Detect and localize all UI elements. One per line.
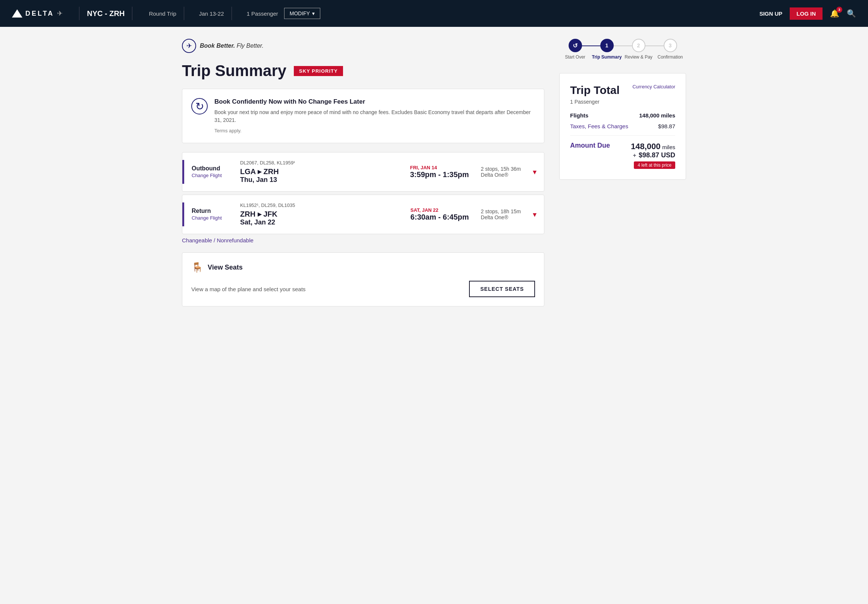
total-divider <box>570 135 675 136</box>
flights-label: Flights <box>570 112 588 119</box>
login-button[interactable]: LOG IN <box>790 8 823 20</box>
modify-chevron-icon: ▾ <box>312 11 315 16</box>
header-divider-1 <box>79 7 79 20</box>
outbound-accent <box>182 160 184 184</box>
step-start-over-label[interactable]: Start Over <box>565 54 585 60</box>
modify-label: MODIFY <box>290 11 310 16</box>
sky-priority-badge: SKY PRIORITY <box>294 66 343 76</box>
amount-due-value: 148,000 miles + $98.87 USD 4 left at thi… <box>631 142 675 169</box>
amount-due-miles-unit: miles <box>662 144 675 150</box>
book-better-banner: ✈ Book Better. Fly Better. <box>182 39 544 53</box>
return-flight-card: Return Change Flight KL1952¹, DL259, DL1… <box>182 195 544 234</box>
return-flight-numbers: KL1952¹, DL259, DL1035 <box>240 203 398 208</box>
right-sidebar: ↺ Start Over 1 Trip Summary 2 Review & P… <box>559 39 686 307</box>
outbound-flight-card: Outbound Change Flight DL2067, DL258, KL… <box>182 152 544 192</box>
return-stops: 2 stops, 18h 15m <box>481 208 521 214</box>
delta-logo-text: DELTA <box>25 10 54 17</box>
seat-icon: 🪑 <box>191 262 203 273</box>
outbound-flight-numbers: DL2067, DL258, KL1959¹ <box>240 160 398 166</box>
trip-type-label: Round Trip <box>149 11 176 17</box>
outbound-depart-date: Thu, Jan 13 <box>240 176 398 184</box>
outbound-route: LGA ▸ ZRH <box>240 167 398 176</box>
signup-button[interactable]: SIGN UP <box>760 11 783 17</box>
amount-due-label: Amount Due <box>570 142 610 150</box>
step-confirmation-label: Confirmation <box>657 54 683 60</box>
header-divider-3 <box>184 7 184 20</box>
notifications-button[interactable]: 🔔 3 <box>830 9 839 18</box>
terms-label: Terms apply. <box>214 128 242 133</box>
outbound-expand-icon[interactable]: ▾ <box>533 167 536 177</box>
outbound-route-col: DL2067, DL258, KL1959¹ LGA ▸ ZRH Thu, Ja… <box>240 160 398 184</box>
no-change-fees-box: ↻ Book Confidently Now with No Change Fe… <box>182 89 544 143</box>
main-header: DELTA ✈ NYC - ZRH Round Trip Jan 13-22 1… <box>0 0 868 27</box>
passengers-label: 1 Passenger <box>247 11 278 17</box>
amount-due-usd-row: + $98.87 USD <box>631 151 675 159</box>
flights-value: 148,000 miles <box>639 112 675 119</box>
header-divider-2 <box>132 7 132 20</box>
book-better-icon: ✈ <box>182 39 196 53</box>
header-right-section: SIGN UP LOG IN 🔔 3 🔍 <box>760 8 856 20</box>
page-title: Trip Summary <box>182 62 286 80</box>
header-divider-4 <box>231 7 232 20</box>
amount-due-miles-row: 148,000 miles <box>631 142 675 151</box>
outbound-stops: 2 stops, 15h 36m <box>481 166 521 172</box>
no-change-fees-icon: ↻ <box>191 98 208 115</box>
route-label: NYC - ZRH <box>87 9 124 18</box>
step-trip-summary: 1 Trip Summary <box>591 39 623 60</box>
amount-due-usd: $98.87 USD <box>639 151 675 159</box>
view-seats-description: View a map of the plane and select your … <box>191 286 306 292</box>
return-time-text: 6:30am - 6:45pm <box>411 213 469 221</box>
return-arrive-label: SAT, JAN 22 <box>411 207 469 213</box>
return-accent <box>182 203 184 226</box>
return-route: ZRH ▸ JFK <box>240 209 398 218</box>
view-seats-card: 🪑 View Seats View a map of the plane and… <box>182 252 544 307</box>
return-depart-date: Sat, Jan 22 <box>240 218 398 226</box>
trip-total-header: Trip Total Currency Calculator <box>570 84 675 96</box>
amount-due-row: Amount Due 148,000 miles + $98.87 USD 4 … <box>570 142 675 169</box>
outbound-time-range: 3:59pm - 1:35pm <box>410 170 469 179</box>
no-change-fees-body: Book your next trip now and enjoy more p… <box>214 108 535 124</box>
search-button[interactable]: 🔍 <box>847 9 856 18</box>
delta-triangle-icon <box>12 9 22 17</box>
step-review-pay-label: Review & Pay <box>625 54 653 60</box>
step-review-pay: 2 Review & Pay <box>623 39 654 60</box>
taxes-value: $98.87 <box>658 123 675 129</box>
changeable-link[interactable]: Changeable / Nonrefundable <box>182 237 254 243</box>
return-left: Return Change Flight <box>192 208 240 221</box>
main-wrapper: ✈ Book Better. Fly Better. Trip Summary … <box>173 27 695 318</box>
step-confirmation-circle: 3 <box>664 39 677 52</box>
delta-logo: DELTA ✈ <box>12 9 63 17</box>
outbound-arrive-label: FRI, JAN 14 <box>410 165 469 170</box>
step-review-pay-circle: 2 <box>632 39 645 52</box>
outbound-left: Outbound Change Flight <box>192 165 240 178</box>
search-icon: 🔍 <box>847 9 856 17</box>
taxes-label: Taxes, Fees & Charges <box>570 123 628 129</box>
passenger-count-label: 1 Passenger <box>570 99 675 105</box>
currency-calculator-link[interactable]: Currency Calculator <box>632 84 675 90</box>
return-type-label: Return <box>192 208 240 214</box>
price-left-badge: 4 left at this price <box>634 161 675 169</box>
step-trip-summary-label: Trip Summary <box>592 54 622 60</box>
view-seats-body: View a map of the plane and select your … <box>191 281 535 297</box>
outbound-type-label: Outbound <box>192 165 240 172</box>
return-change-flight-link[interactable]: Change Flight <box>192 215 222 221</box>
outbound-change-flight-link[interactable]: Change Flight <box>192 173 222 178</box>
no-change-fees-content: Book Confidently Now with No Change Fees… <box>214 98 535 134</box>
trip-total-title: Trip Total <box>570 84 620 96</box>
modify-button[interactable]: MODIFY ▾ <box>284 8 320 19</box>
flights-cost-row: Flights 148,000 miles <box>570 112 675 119</box>
view-seats-title: View Seats <box>208 263 243 271</box>
return-cabin: Delta One® <box>481 214 521 220</box>
outbound-cabin: Delta One® <box>481 172 521 178</box>
no-change-fees-title: Book Confidently Now with No Change Fees… <box>214 98 535 105</box>
trip-total-card: Trip Total Currency Calculator 1 Passeng… <box>559 73 686 180</box>
step-confirmation: 3 Confirmation <box>654 39 686 60</box>
return-expand-icon[interactable]: ▾ <box>533 210 536 219</box>
book-better-text: Book Better. Fly Better. <box>200 42 264 49</box>
return-time-col: SAT, JAN 22 6:30am - 6:45pm <box>411 207 469 221</box>
dates-label: Jan 13-22 <box>199 11 224 17</box>
taxes-cost-row: Taxes, Fees & Charges $98.87 <box>570 123 675 129</box>
step-start-over: ↺ Start Over <box>559 39 591 60</box>
select-seats-button[interactable]: SELECT SEATS <box>469 281 535 297</box>
globe-icon: ✈ <box>57 9 63 17</box>
